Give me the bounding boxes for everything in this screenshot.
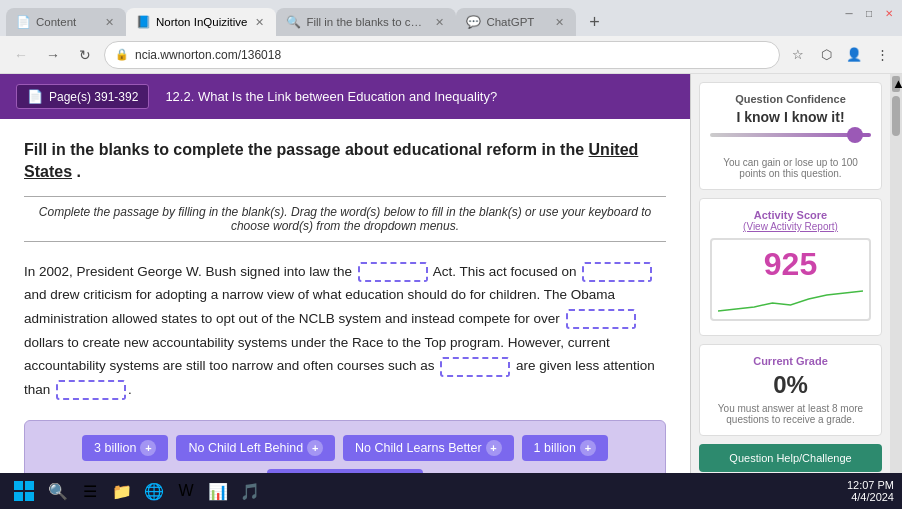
word-chip-1billion-label: 1 billion [534, 441, 576, 455]
confidence-title: Question Confidence [710, 93, 871, 105]
taskbar-edge[interactable]: 🌐 [140, 477, 168, 505]
grade-note: You must answer at least 8 more question… [710, 403, 871, 425]
quiz-title-text: Fill in the blanks to complete the passa… [24, 141, 584, 158]
word-chip-1billion-plus: + [580, 440, 596, 456]
quiz-title: Fill in the blanks to complete the passa… [24, 139, 666, 184]
word-chip-nclbetter[interactable]: No Child Learns Better + [343, 435, 513, 461]
svg-rect-1 [25, 481, 34, 490]
tab-content-close[interactable]: ✕ [103, 14, 116, 31]
svg-rect-3 [25, 492, 34, 501]
menu-button[interactable]: ⋮ [870, 43, 894, 67]
date: 4/4/2024 [847, 491, 894, 503]
passage-text: In 2002, President George W. Bush signed… [24, 260, 666, 402]
tab-fill-close[interactable]: ✕ [433, 14, 446, 31]
maximize-button[interactable]: □ [860, 4, 878, 22]
address-text: ncia.wwnorton.com/136018 [135, 48, 769, 62]
right-panel: Question Confidence I know I know it! Yo… [690, 74, 890, 509]
taskbar-file-explorer[interactable]: 📁 [108, 477, 136, 505]
header-bar: 📄 Page(s) 391-392 12.2. What Is the Link… [0, 74, 690, 119]
word-chip-nclbetter-plus: + [486, 440, 502, 456]
nav-bar: ← → ↻ 🔒 ncia.wwnorton.com/136018 ☆ ⬡ 👤 ⋮ [0, 36, 902, 74]
blank-4[interactable] [440, 357, 510, 377]
blank-2[interactable] [582, 262, 652, 282]
svg-rect-2 [14, 492, 23, 501]
grade-title: Current Grade [710, 355, 871, 367]
taskbar-time: 12:07 PM 4/4/2024 [847, 479, 894, 503]
taskbar-app1[interactable]: 📊 [204, 477, 232, 505]
address-bar[interactable]: 🔒 ncia.wwnorton.com/136018 [104, 41, 780, 69]
lock-icon: 🔒 [115, 48, 129, 61]
chapter-title: 12.2. What Is the Link between Education… [165, 89, 497, 104]
word-chip-3billion-plus: + [140, 440, 156, 456]
blank-1[interactable] [358, 262, 428, 282]
tab-fill-favicon: 🔍 [286, 15, 300, 29]
activity-report-link[interactable]: (View Activity Report) [710, 221, 871, 232]
page-range: Page(s) 391-392 [49, 90, 138, 104]
tab-fill[interactable]: 🔍 Fill in the blanks to complete t... ✕ [276, 8, 456, 36]
svg-rect-0 [14, 481, 23, 490]
scrollbar[interactable]: ▲ ▼ [890, 74, 902, 509]
help-challenge-button[interactable]: Question Help/Challenge [699, 444, 882, 472]
taskbar-widgets[interactable]: ☰ [76, 477, 104, 505]
taskbar-app2[interactable]: 🎵 [236, 477, 264, 505]
page-badge-icon: 📄 [27, 89, 43, 104]
close-button[interactable]: ✕ [880, 4, 898, 22]
slider-thumb[interactable] [847, 127, 863, 143]
scroll-thumb[interactable] [892, 96, 900, 136]
tab-content-title: Content [36, 16, 97, 28]
word-chip-nclb[interactable]: No Child Left Behind + [176, 435, 335, 461]
window-controls: ─ □ ✕ [840, 4, 898, 22]
scroll-up-arrow[interactable]: ▲ [892, 76, 900, 92]
grade-card: Current Grade 0% You must answer at leas… [699, 344, 882, 436]
refresh-button[interactable]: ↻ [72, 42, 98, 68]
word-chip-3billion[interactable]: 3 billion + [82, 435, 168, 461]
word-chip-1billion[interactable]: 1 billion + [522, 435, 608, 461]
score-display: 925 [710, 238, 871, 321]
word-chip-nclbetter-label: No Child Learns Better [355, 441, 481, 455]
score-value: 925 [764, 246, 817, 282]
confidence-card: Question Confidence I know I know it! Yo… [699, 82, 882, 190]
content-area: 📄 Page(s) 391-392 12.2. What Is the Link… [0, 74, 690, 509]
grade-value: 0% [710, 371, 871, 399]
tab-content[interactable]: 📄 Content ✕ [6, 8, 126, 36]
word-chip-nclb-label: No Child Left Behind [188, 441, 303, 455]
tab-norton-favicon: 📘 [136, 15, 150, 29]
blank-5[interactable] [56, 380, 126, 400]
blank-3[interactable] [566, 309, 636, 329]
confidence-value: I know I know it! [710, 109, 871, 125]
minimize-button[interactable]: ─ [840, 4, 858, 22]
activity-title: Activity Score [710, 209, 871, 221]
tab-chatgpt-favicon: 💬 [466, 15, 480, 29]
bookmark-button[interactable]: ☆ [786, 43, 810, 67]
confidence-note: You can gain or lose up to 100 points on… [710, 157, 871, 179]
forward-button[interactable]: → [40, 42, 66, 68]
nav-actions: ☆ ⬡ 👤 ⋮ [786, 43, 894, 67]
word-chip-nclb-plus: + [307, 440, 323, 456]
quiz-instruction: Complete the passage by filling in the b… [24, 196, 666, 242]
extensions-button[interactable]: ⬡ [814, 43, 838, 67]
score-chart [718, 283, 863, 313]
taskbar: 🔍 ☰ 📁 🌐 W 📊 🎵 12:07 PM 4/4/2024 [0, 473, 902, 509]
tab-norton-close[interactable]: ✕ [253, 14, 266, 31]
tab-content-favicon: 📄 [16, 15, 30, 29]
tab-fill-title: Fill in the blanks to complete t... [306, 16, 427, 28]
tab-norton[interactable]: 📘 Norton InQuizitive ✕ [126, 8, 276, 36]
taskbar-word[interactable]: W [172, 477, 200, 505]
activity-card: Activity Score (View Activity Report) 92… [699, 198, 882, 336]
back-button[interactable]: ← [8, 42, 34, 68]
browser-chrome: 📄 Content ✕ 📘 Norton InQuizitive ✕ 🔍 Fil… [0, 0, 902, 74]
word-chip-3billion-label: 3 billion [94, 441, 136, 455]
time: 12:07 PM [847, 479, 894, 491]
taskbar-right: 12:07 PM 4/4/2024 [847, 479, 894, 503]
tab-chatgpt-close[interactable]: ✕ [553, 14, 566, 31]
main-area: 📄 Page(s) 391-392 12.2. What Is the Link… [0, 74, 902, 509]
confidence-slider[interactable] [710, 133, 871, 153]
profile-button[interactable]: 👤 [842, 43, 866, 67]
taskbar-search[interactable]: 🔍 [44, 477, 72, 505]
new-tab-button[interactable]: + [580, 8, 608, 36]
tab-bar: 📄 Content ✕ 📘 Norton InQuizitive ✕ 🔍 Fil… [0, 0, 902, 36]
tab-chatgpt-title: ChatGPT [486, 16, 547, 28]
start-button[interactable] [8, 475, 40, 507]
quiz-title-end: . [76, 163, 80, 180]
tab-chatgpt[interactable]: 💬 ChatGPT ✕ [456, 8, 576, 36]
